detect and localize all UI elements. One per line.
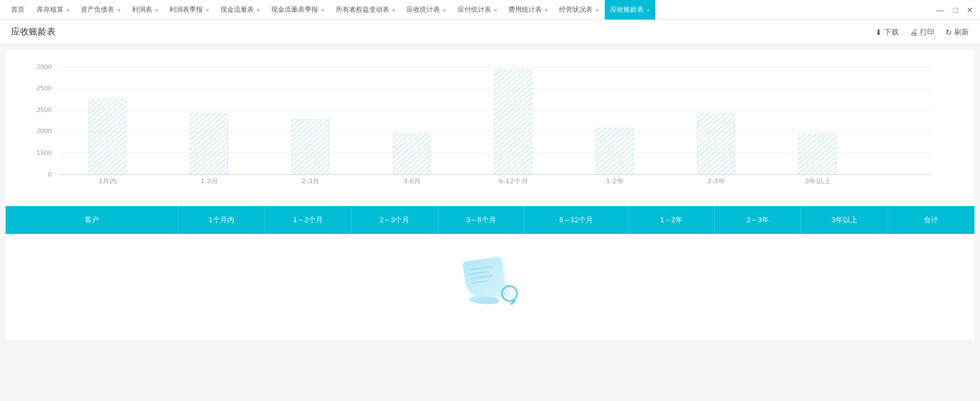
download-icon: ⬇ [875, 28, 882, 37]
svg-rect-14 [190, 114, 228, 175]
svg-text:1500: 1500 [37, 150, 52, 156]
svg-text:1-2月: 1-2月 [200, 178, 218, 185]
tab-balance-sheet-label: 资产负债表 [81, 5, 114, 14]
col-1-2month: 1～2个月 [265, 206, 351, 234]
svg-rect-13 [89, 99, 126, 175]
col-1month: 1个月内 [179, 206, 265, 234]
svg-rect-17 [494, 70, 532, 175]
svg-text:3-6月: 3-6月 [403, 178, 421, 185]
col-6-12month: 6～12个月 [525, 206, 628, 234]
tab-cashflow[interactable]: 现金流量表 × [215, 0, 266, 20]
tab-cashflow-close[interactable]: × [257, 7, 260, 13]
tab-ar-stats-close[interactable]: × [443, 7, 446, 13]
print-button[interactable]: 🖨 打印 [910, 27, 934, 37]
tab-ar-aging-label: 应收账龄表 [610, 5, 644, 14]
tab-cashflow-quarterly[interactable]: 现金流量表季报 × [266, 0, 330, 20]
tab-equity-changes[interactable]: 所有者权益变动表 × [330, 0, 401, 20]
tab-operations[interactable]: 经营状况表 × [553, 0, 604, 20]
refresh-button[interactable]: ↻ 刷新 [945, 27, 969, 37]
col-total: 合计 [888, 206, 974, 234]
tab-home[interactable]: 首页 [4, 0, 31, 20]
refresh-label: 刷新 [954, 27, 969, 37]
tab-profit-quarterly[interactable]: 利润表季报 × [164, 0, 214, 20]
main-content: 2500 2500 2500 2000 1500 0 [6, 50, 974, 340]
doc-curl [469, 296, 500, 305]
chart-svg: 2500 2500 2500 2000 1500 0 [11, 61, 958, 195]
svg-text:3年以上: 3年以上 [805, 178, 831, 185]
svg-text:2500: 2500 [37, 85, 52, 91]
svg-rect-15 [292, 119, 329, 174]
tab-ar-aging[interactable]: 应收账龄表 × [605, 0, 655, 20]
tab-equity-changes-close[interactable]: × [392, 7, 395, 13]
svg-rect-20 [799, 134, 836, 174]
tab-profit-quarterly-close[interactable]: × [205, 7, 209, 13]
tab-cashflow-label: 现金流量表 [220, 5, 254, 14]
empty-state [6, 234, 974, 340]
tab-ap-stats-close[interactable]: × [494, 7, 497, 13]
tab-profit-close[interactable]: × [155, 7, 158, 13]
tab-bar: 首页 库存核算 × 资产负债表 × 利润表 × 利润表季报 × 现金流量表 × … [0, 0, 980, 20]
svg-text:1月内: 1月内 [99, 178, 117, 185]
chart-container: 2500 2500 2500 2000 1500 0 [11, 61, 958, 195]
download-button[interactable]: ⬇ 下载 [875, 27, 899, 37]
tab-cashflow-quarterly-close[interactable]: × [321, 7, 324, 13]
page-title: 应收账龄表 [11, 26, 56, 38]
tab-profit[interactable]: 利润表 × [126, 0, 164, 20]
tab-expense-stats[interactable]: 费用统计表 × [503, 0, 553, 20]
tab-profit-label: 利润表 [132, 5, 152, 14]
table-header: 客户 1个月内 1～2个月 2～3个月 3～6个月 6～12个月 1～2年 2～… [6, 206, 974, 234]
print-label: 打印 [920, 27, 934, 37]
window-close-btn[interactable]: ✕ [964, 6, 976, 14]
doc-shape [462, 256, 506, 300]
window-maximize-btn[interactable]: □ [951, 6, 960, 14]
col-3plus-year: 3年以上 [801, 206, 888, 234]
refresh-icon: ↻ [945, 28, 952, 37]
tab-ap-stats[interactable]: 应付统计表 × [452, 0, 503, 20]
tab-equity-changes-label: 所有者权益变动表 [336, 5, 389, 14]
tab-expense-stats-close[interactable]: × [545, 7, 548, 13]
svg-text:2000: 2000 [37, 128, 52, 134]
svg-rect-18 [596, 128, 633, 174]
svg-rect-19 [698, 114, 735, 175]
tab-ar-stats[interactable]: 应收统计表 × [401, 0, 452, 20]
tab-expense-stats-label: 费用统计表 [508, 5, 542, 14]
col-2-3month: 2～3个月 [351, 206, 438, 234]
svg-text:1-2年: 1-2年 [606, 178, 624, 185]
tab-inventory[interactable]: 库存核算 × [31, 0, 75, 20]
tab-cashflow-quarterly-label: 现金流量表季报 [271, 5, 318, 14]
home-tab-label: 首页 [11, 5, 24, 14]
chart-area: 2500 2500 2500 2000 1500 0 [6, 50, 974, 206]
page-header: 应收账龄表 ⬇ 下载 🖨 打印 ↻ 刷新 [0, 20, 980, 45]
tab-operations-close[interactable]: × [595, 7, 599, 13]
svg-text:2-3月: 2-3月 [302, 178, 320, 185]
col-2-3year: 2～3年 [715, 206, 801, 234]
empty-illustration [462, 256, 518, 306]
col-3-6month: 3～6个月 [438, 206, 525, 234]
window-actions: — □ ✕ [934, 6, 976, 14]
tab-ar-aging-close[interactable]: × [646, 7, 650, 13]
tab-operations-label: 经营状况表 [559, 5, 592, 14]
svg-rect-16 [393, 134, 430, 174]
svg-text:2500: 2500 [37, 63, 52, 70]
tab-balance-sheet[interactable]: 资产负债表 × [75, 0, 126, 20]
window-minimize-btn[interactable]: — [934, 6, 947, 14]
tab-inventory-close[interactable]: × [66, 7, 70, 13]
download-label: 下载 [884, 27, 899, 37]
tab-profit-quarterly-label: 利润表季报 [169, 5, 203, 14]
tab-ap-stats-label: 应付统计表 [458, 5, 491, 14]
page-actions: ⬇ 下载 🖨 打印 ↻ 刷新 [875, 27, 969, 37]
svg-text:6-12个月: 6-12个月 [499, 178, 528, 185]
svg-text:0: 0 [48, 171, 52, 177]
col-1-2year: 1～2年 [629, 206, 715, 234]
svg-text:2-3年: 2-3年 [707, 178, 725, 185]
tab-balance-sheet-close[interactable]: × [117, 7, 120, 13]
svg-text:2500: 2500 [37, 107, 52, 113]
tab-ar-stats-label: 应收统计表 [406, 5, 440, 14]
col-customer: 客户 [6, 206, 179, 234]
tab-inventory-label: 库存核算 [37, 5, 63, 14]
print-icon: 🖨 [910, 28, 918, 37]
